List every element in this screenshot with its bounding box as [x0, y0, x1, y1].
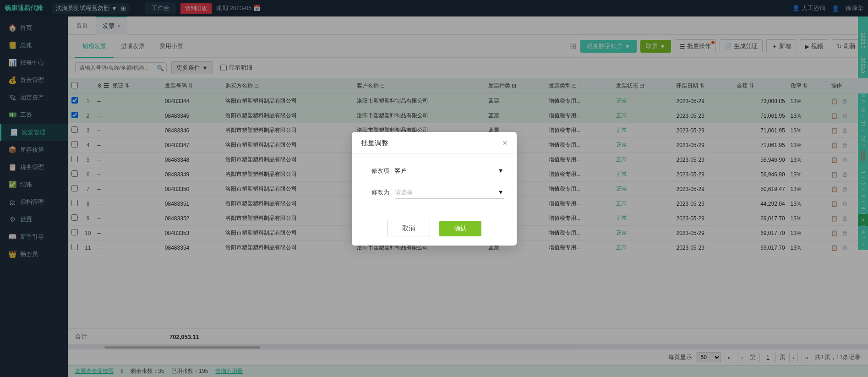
modify-item-dropdown-icon: ▼	[498, 167, 504, 174]
modal-close-button[interactable]: ×	[502, 138, 508, 148]
batch-adjust-modal: 批量调整 × 修改项 客户 ▼ 修改为 请选择 ▼ 取消 确认	[352, 132, 517, 246]
modify-to-dropdown-icon: ▼	[498, 189, 504, 196]
modify-item-label: 修改项	[365, 167, 389, 175]
modal-cancel-button[interactable]: 取消	[387, 221, 430, 236]
modify-to-row: 修改为 请选择 ▼	[365, 186, 504, 199]
modal-overlay: 批量调整 × 修改项 客户 ▼ 修改为 请选择 ▼ 取消 确认	[0, 0, 868, 377]
modify-item-row: 修改项 客户 ▼	[365, 165, 504, 177]
modify-to-label: 修改为	[365, 188, 389, 197]
modify-to-placeholder: 请选择	[395, 188, 413, 197]
modify-item-select[interactable]: 客户 ▼	[395, 165, 504, 177]
modify-to-select[interactable]: 请选择 ▼	[395, 186, 504, 199]
modal-footer: 取消 确认	[352, 216, 517, 246]
modal-header: 批量调整 ×	[352, 132, 517, 154]
modal-title: 批量调整	[361, 139, 388, 148]
modify-item-value: 客户	[395, 167, 407, 175]
modal-confirm-button[interactable]: 确认	[439, 221, 481, 236]
modal-body: 修改项 客户 ▼ 修改为 请选择 ▼	[352, 154, 517, 216]
